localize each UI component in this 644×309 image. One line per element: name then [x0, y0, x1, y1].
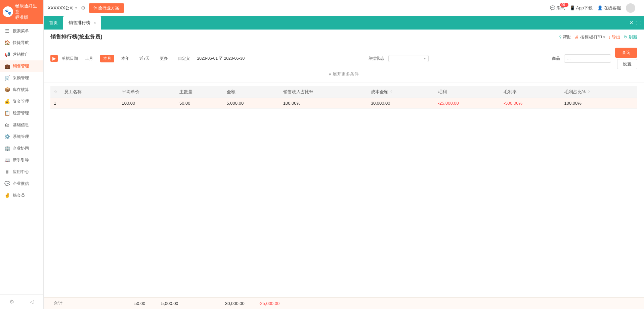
sidebar-item-guide[interactable]: 📖 新手引导 — [0, 154, 43, 166]
marketing-icon: 📢 — [4, 52, 10, 57]
sidebar-item-purchase[interactable]: 🛒 采购管理 — [0, 72, 43, 84]
system-icon: ⚙️ — [4, 134, 10, 139]
sidebar-item-finance[interactable]: 💰 资金管理 — [0, 96, 43, 107]
print-label: 按模板打印 — [580, 34, 602, 40]
app-download-btn[interactable]: 📱 App下载 — [570, 5, 593, 11]
help-label: 帮助 — [563, 34, 571, 40]
th-cost: 成本全额 ? — [368, 86, 435, 98]
footer-cost: 30,000.00 — [225, 301, 259, 306]
sidebar-item-operations[interactable]: 📋 经营管理 — [0, 107, 43, 119]
online-service-btn[interactable]: 👤 在线客服 — [597, 5, 621, 11]
status-select[interactable]: ▾ — [388, 55, 429, 62]
tab-sales-ranking[interactable]: 销售排行榜 × — [63, 16, 101, 30]
date-custom-btn[interactable]: 自定义 — [175, 55, 193, 62]
goods-input[interactable]: ... — [564, 54, 611, 63]
td-amount: 5,000.00 — [223, 98, 280, 109]
th-employee-name: 员工名称 — [61, 86, 119, 98]
message-btn[interactable]: 💬 消息 99+ — [550, 5, 565, 11]
sidebar-settings-icon[interactable]: ⚙ — [8, 297, 15, 306]
sales-icon: 💼 — [4, 63, 10, 69]
home-icon: 🏠 — [4, 40, 10, 45]
company-settings-icon[interactable]: ⚙ — [81, 5, 85, 11]
date-7days-btn[interactable]: 近7天 — [136, 55, 153, 62]
sidebar-item-app-center[interactable]: 🖥 应用中心 — [0, 166, 43, 178]
td-avg-price: 100.00 — [119, 98, 176, 109]
expand-conditions-btn[interactable]: ▾ 展开更多条件 — [329, 71, 359, 77]
page: 销售排行榜(按业务员) ? 帮助 🖨 按模板打印 ▾ ↓ 导出 — [44, 30, 644, 309]
tabbar-right: ✕ ⛶ — [629, 20, 644, 26]
print-dropdown-icon: ▾ — [603, 35, 605, 40]
operations-icon: 📋 — [4, 110, 10, 116]
sidebar-item-member[interactable]: ✌ 畅会员 — [0, 190, 43, 201]
close-window-icon[interactable]: ✕ — [629, 20, 634, 26]
filter-row: ▶ 单据日期 上月 本月 本年 近7天 更多 自定义 2023-06-01 至 … — [50, 48, 637, 69]
fullscreen-icon[interactable]: ⛶ — [636, 20, 641, 26]
sidebar-bottom: ⚙ ◁ — [0, 294, 43, 309]
experience-btn[interactable]: 体验行业方案 — [89, 3, 124, 13]
active-tab-label: 销售排行榜 — [69, 20, 90, 26]
sidebar-logo: 🐾 畅康通好生意 标准版 — [0, 0, 43, 24]
date-prev-month-btn[interactable]: 上月 — [82, 55, 96, 62]
service-label: 在线客服 — [604, 5, 621, 11]
settings-btn[interactable]: 设置 — [617, 59, 637, 69]
purchase-icon: 🛒 — [4, 75, 10, 81]
refresh-label: 刷新 — [629, 34, 637, 40]
sidebar-item-sales[interactable]: 💼 销售管理 — [0, 60, 43, 72]
app-download-label: App下载 — [576, 5, 593, 11]
export-label: 导出 — [612, 34, 620, 40]
table-row: 1 100.00 50.00 5,000.00 100.00% 30,000.0… — [50, 98, 637, 109]
home-tab-label: 首页 — [49, 20, 58, 26]
sidebar-item-enterprise[interactable]: 🏢 企业协同 — [0, 143, 43, 154]
basic-info-icon: 🗂 — [4, 122, 10, 127]
sidebar-item-marketing[interactable]: 📢 营销推广 — [0, 49, 43, 60]
finance-icon: 💰 — [4, 99, 10, 104]
th-qty: 主数量 — [176, 86, 223, 98]
enterprise-icon: 🏢 — [4, 146, 10, 151]
date-more-btn[interactable]: 更多 — [157, 55, 171, 62]
export-icon: ↓ — [609, 35, 611, 40]
tab-home[interactable]: 首页 — [44, 16, 63, 30]
sidebar-item-quick-nav[interactable]: 🏠 快捷导航 — [0, 37, 43, 49]
page-header: 销售排行榜(按业务员) ? 帮助 🖨 按模板打印 ▾ ↓ 导出 — [44, 30, 644, 44]
inventory-icon: 📦 — [4, 87, 10, 92]
topbar: XXXXXX公司 ▾ ⚙ 体验行业方案 💬 消息 99+ 📱 App下载 👤 在… — [44, 0, 644, 16]
help-btn[interactable]: ? 帮助 — [559, 34, 571, 40]
td-sales-pct: 100.00% — [280, 98, 368, 109]
sidebar-item-basic-info[interactable]: 🗂 基础信息 — [0, 119, 43, 131]
status-label: 单据状态 — [368, 56, 384, 61]
date-this-month-btn[interactable]: 本月 — [100, 55, 114, 62]
app-center-icon: 🖥 — [4, 169, 10, 174]
cost-tip-icon[interactable]: ? — [390, 90, 392, 94]
query-btn[interactable]: 查询 — [615, 48, 637, 58]
footer-gross: -25,000.00 — [259, 301, 292, 306]
data-table: ☆ 员工名称 平均单价 主数量 全额 — [50, 86, 637, 109]
date-label: 单据日期 — [62, 56, 78, 61]
sidebar-item-inventory[interactable]: 📦 库存核算 — [0, 84, 43, 96]
sidebar-collapse-icon[interactable]: ◁ — [29, 297, 35, 306]
search-menu-icon: ☰ — [4, 28, 10, 34]
date-this-year-btn[interactable]: 本年 — [118, 55, 132, 62]
sidebar-item-system[interactable]: ⚙️ 系统管理 — [0, 131, 43, 143]
expand-row: ▾ 展开更多条件 — [50, 69, 637, 79]
sidebar-menu: ☰ 搜索菜单 🏠 快捷导航 📢 营销推广 💼 销售管理 🛒 采购管理 📦 库存核… — [0, 24, 43, 294]
print-btn[interactable]: 🖨 按模板打印 ▾ — [575, 34, 605, 40]
filter-toggle-btn[interactable]: ▶ — [50, 55, 58, 62]
footer-qty: 50.00 — [134, 301, 161, 306]
avatar[interactable] — [626, 3, 635, 13]
message-icon: 💬 — [550, 5, 555, 10]
company-selector[interactable]: XXXXXX公司 ▾ — [48, 5, 77, 11]
th-gross: 毛利 — [435, 86, 501, 98]
message-badge: 99+ — [560, 3, 568, 7]
th-settings[interactable]: ☆ — [50, 86, 61, 98]
refresh-btn[interactable]: ↻ 刷新 — [624, 34, 637, 40]
gross-pct-tip-icon[interactable]: ? — [588, 90, 590, 94]
export-btn[interactable]: ↓ 导出 — [609, 34, 621, 40]
sidebar-item-search-order[interactable]: ☰ 搜索菜单 — [0, 25, 43, 37]
sidebar-item-wechat[interactable]: 💬 企业微信 — [0, 178, 43, 190]
table-container: ☆ 员工名称 平均单价 主数量 全额 — [44, 83, 644, 112]
th-avg-price: 平均单价 — [119, 86, 176, 98]
tab-close-icon[interactable]: × — [94, 21, 96, 25]
content-area: 销售排行榜(按业务员) ? 帮助 🖨 按模板打印 ▾ ↓ 导出 — [44, 30, 644, 309]
td-gross: -25,000.00 — [435, 98, 501, 109]
company-name: XXXXXX公司 — [48, 5, 74, 11]
